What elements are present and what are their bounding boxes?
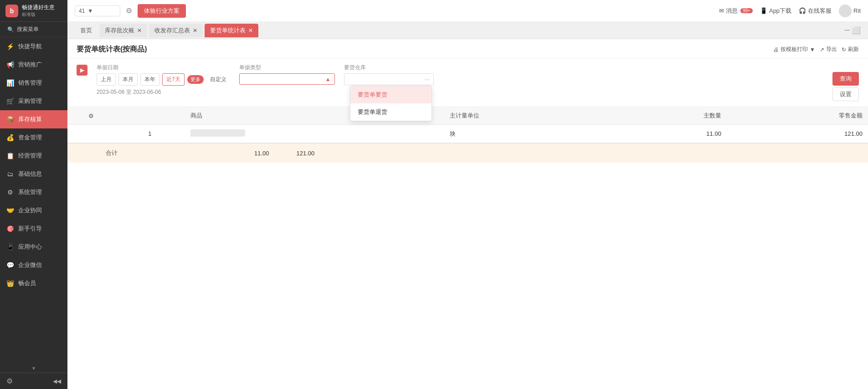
table-container: ⚙ 商品 主计量单位 主数量 零售金额 1 bbox=[67, 107, 868, 143]
table-header-row: ⚙ 商品 主计量单位 主数量 零售金额 bbox=[67, 107, 868, 125]
row-product bbox=[185, 125, 444, 143]
refresh-icon: ↻ bbox=[842, 46, 846, 53]
row-amount: 121.00 bbox=[727, 125, 868, 143]
tab-home[interactable]: 首页 bbox=[75, 24, 98, 37]
purchase-icon: 🛒 bbox=[5, 97, 15, 106]
row-unit: 块 bbox=[444, 125, 586, 143]
sidebar-item-enterprise[interactable]: 🤝 企业协同 bbox=[0, 201, 67, 220]
sidebar-item-quick-nav[interactable]: ⚡ 快捷导航 bbox=[0, 37, 67, 56]
table-row: 1 块 11.00 121.00 bbox=[67, 125, 868, 143]
message-item[interactable]: ✉ 消息 99+ bbox=[719, 7, 753, 15]
sidebar-item-app-center[interactable]: 📱 应用中心 bbox=[0, 238, 67, 256]
date-last-month-btn[interactable]: 上月 bbox=[97, 73, 116, 86]
tabbar-right: ─ ⬜ bbox=[845, 26, 861, 35]
voucher-type-label: 单据类型 bbox=[239, 64, 335, 72]
sidebar-item-inventory[interactable]: 📦 库存核算 bbox=[0, 110, 67, 128]
app-download-icon: 📱 bbox=[760, 7, 767, 14]
user-item[interactable]: Rit bbox=[839, 5, 861, 17]
finance-icon: 💰 bbox=[5, 133, 15, 142]
query-btn[interactable]: 查询 bbox=[832, 72, 859, 86]
tab-maximize-icon[interactable]: ⬜ bbox=[852, 26, 861, 35]
footer-total-qty: 11.00 bbox=[254, 150, 269, 157]
sidebar-item-purchase[interactable]: 🛒 采购管理 bbox=[0, 92, 67, 110]
collapse-icon[interactable]: ◀◀ bbox=[53, 378, 61, 384]
tab-inventory-batch[interactable]: 库存批次账 ✕ bbox=[99, 24, 147, 37]
sidebar-item-finance[interactable]: 💰 资金管理 bbox=[0, 128, 67, 147]
col-header-amount: 零售金额 bbox=[727, 107, 868, 125]
filter-row: ▶ 单据日期 上月 本月 本年 近7天 更多 自定义 2023-05-06 至 … bbox=[67, 58, 868, 107]
date-last-7days-btn[interactable]: 近7天 bbox=[162, 73, 185, 86]
voucher-type-arrow-icon[interactable]: ▲ bbox=[325, 76, 331, 82]
more-tag[interactable]: 更多 bbox=[187, 75, 204, 84]
voucher-type-filter: 单据类型 ▲ bbox=[239, 64, 335, 85]
search-menu[interactable]: 🔍 搜索菜单 bbox=[0, 22, 67, 37]
tab-close-order-summary[interactable]: ✕ bbox=[248, 27, 253, 34]
warehouse-more-icon[interactable]: ··· bbox=[425, 76, 430, 83]
date-filter-group: 单据日期 上月 本月 本年 近7天 更多 自定义 2023-05-06 至 20… bbox=[97, 64, 230, 96]
search-icon: 🔍 bbox=[7, 26, 14, 33]
tab-close-receive-summary[interactable]: ✕ bbox=[193, 27, 197, 34]
wechat-icon: 💬 bbox=[5, 261, 15, 270]
logo-icon: b bbox=[5, 5, 18, 17]
scroll-down-icon: ▼ bbox=[31, 366, 36, 371]
enterprise-icon: 🤝 bbox=[5, 206, 15, 215]
system-icon: ⚙ bbox=[5, 188, 15, 197]
filter-expand-btn[interactable]: ▶ bbox=[77, 65, 87, 76]
page-title: 要货单统计表(按商品) bbox=[77, 45, 147, 54]
warehouse-input[interactable] bbox=[348, 76, 425, 83]
sidebar-item-marketing[interactable]: 📢 营销推广 bbox=[0, 56, 67, 74]
sidebar-item-basic-info[interactable]: 🗂 基础信息 bbox=[0, 165, 67, 183]
sidebar-item-operations[interactable]: 📋 经营管理 bbox=[0, 147, 67, 165]
filter-actions: 查询 设置 bbox=[832, 72, 859, 101]
date-range-display: 2023-05-06 至 2023-06-06 bbox=[97, 88, 230, 96]
col-header-qty: 主数量 bbox=[586, 107, 727, 125]
page-header-actions: 🖨 按模板打印 ▼ ↗ 导出 ↻ 刷新 bbox=[773, 46, 859, 53]
col-header-unit: 主计量单位 bbox=[444, 107, 586, 125]
voucher-type-input-wrapper: ▲ bbox=[239, 73, 335, 85]
topbar-right: ✉ 消息 99+ 📱 App下载 🎧 在线客服 Rit bbox=[719, 5, 861, 17]
sidebar-item-guide[interactable]: 🎯 新手引导 bbox=[0, 220, 67, 238]
date-custom-btn[interactable]: 自定义 bbox=[206, 74, 230, 85]
member-icon: 👑 bbox=[5, 279, 15, 288]
page-content: 要货单统计表(按商品) 🖨 按模板打印 ▼ ↗ 导出 ↻ 刷新 ▶ bbox=[67, 39, 868, 389]
row-no: 1 bbox=[114, 125, 185, 143]
online-service-item[interactable]: 🎧 在线客服 bbox=[799, 7, 832, 15]
sidebar-item-sales[interactable]: 📊 销售管理 bbox=[0, 74, 67, 92]
tab-receive-summary[interactable]: 收发存汇总表 ✕ bbox=[149, 24, 203, 37]
print-btn[interactable]: 🖨 按模板打印 ▼ bbox=[773, 46, 815, 53]
marketing-icon: 📢 bbox=[5, 60, 15, 69]
date-this-year-btn[interactable]: 本年 bbox=[140, 73, 159, 86]
date-filter-label: 单据日期 bbox=[97, 64, 230, 72]
sidebar-item-member[interactable]: 👑 畅会员 bbox=[0, 274, 67, 292]
settings-icon[interactable]: ⚙ bbox=[6, 377, 13, 385]
print-arrow-icon: ▼ bbox=[810, 46, 815, 53]
filter-settings-btn[interactable]: 设置 bbox=[832, 87, 859, 101]
sidebar-nav: ⚡ 快捷导航 📢 营销推广 📊 销售管理 🛒 采购管理 📦 库存核算 💰 资金管… bbox=[0, 37, 67, 364]
col-header-gear[interactable]: ⚙ bbox=[67, 107, 114, 125]
sidebar-item-system[interactable]: ⚙ 系统管理 bbox=[0, 183, 67, 201]
trial-btn[interactable]: 体验行业方案 bbox=[138, 4, 186, 18]
dropdown-item-order-return[interactable]: 要货单退货 bbox=[350, 103, 431, 121]
topbar-gear-icon[interactable]: ⚙ bbox=[126, 6, 132, 15]
tab-minimize-icon[interactable]: ─ bbox=[845, 26, 850, 35]
voucher-type-input[interactable] bbox=[243, 76, 325, 82]
footer-total-amount: 121.00 bbox=[297, 150, 315, 157]
avatar bbox=[839, 5, 852, 17]
warehouse-label: 要货仓库 bbox=[344, 64, 434, 72]
export-btn[interactable]: ↗ 导出 bbox=[820, 46, 837, 53]
app-logo: b 畅捷通好生意 标准版 bbox=[0, 0, 67, 22]
tab-close-inventory-batch[interactable]: ✕ bbox=[137, 27, 142, 34]
app-download-item[interactable]: 📱 App下载 bbox=[760, 7, 791, 15]
sidebar: b 畅捷通好生意 标准版 🔍 搜索菜单 ⚡ 快捷导航 📢 营销推广 📊 销售管理… bbox=[0, 0, 67, 389]
sales-icon: 📊 bbox=[5, 78, 15, 87]
refresh-btn[interactable]: ↻ 刷新 bbox=[842, 46, 859, 53]
tab-order-summary[interactable]: 要货单统计表 ✕ bbox=[205, 24, 258, 37]
sidebar-item-wechat[interactable]: 💬 企业微信 bbox=[0, 256, 67, 274]
chevron-down-icon: ▼ bbox=[87, 8, 93, 14]
date-this-month-btn[interactable]: 本月 bbox=[118, 73, 138, 86]
tabbar: 首页 库存批次账 ✕ 收发存汇总表 ✕ 要货单统计表 ✕ ─ ⬜ bbox=[67, 22, 868, 39]
topbar-left: 41 ▼ ⚙ 体验行业方案 bbox=[75, 4, 186, 18]
operations-icon: 📋 bbox=[5, 151, 15, 160]
dropdown-item-order-goods[interactable]: 要货单要货 bbox=[350, 86, 431, 103]
company-selector[interactable]: 41 ▼ bbox=[75, 5, 120, 16]
